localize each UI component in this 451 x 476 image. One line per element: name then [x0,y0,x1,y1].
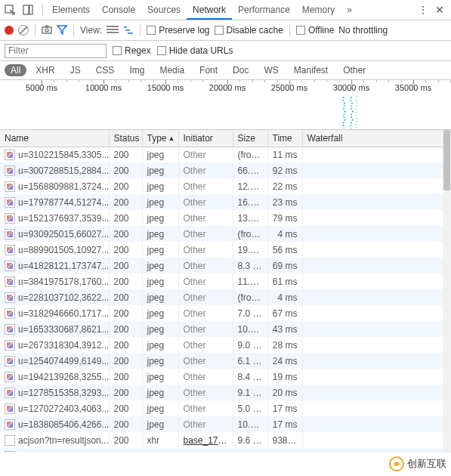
status-cell: 200 [109,321,142,337]
file-type-icon [5,181,15,192]
request-name: u=1653330687,8621... [18,324,109,335]
time-cell: 24 ms [267,353,302,369]
initiator-cell: Other [178,305,233,321]
initiator-cell: Other [178,194,233,210]
table-row[interactable]: u=3102215845,3305...200jpegOther(from...… [0,147,451,162]
column-status[interactable]: Status [109,130,142,147]
type-doc[interactable]: Doc [227,64,255,76]
preserve-log-checkbox[interactable]: Preserve log [147,25,209,36]
type-manifest[interactable]: Manifest [288,64,334,76]
large-rows-icon[interactable] [107,26,119,35]
filter-input[interactable] [5,44,107,58]
table-row[interactable]: u=889901505,10927...200jpegOther19.2 ...… [0,242,451,258]
table-row[interactable]: u=2281037102,3622...200jpegOther(from...… [0,289,451,305]
table-row[interactable]: u=1568809881,3724...200jpegOther12.3 ...… [0,178,451,194]
table-row[interactable]: acjson?tn=resultjson...200xhrbase_175b..… [0,448,451,453]
close-icon[interactable]: ✕ [431,4,448,16]
type-cell: jpeg [142,226,178,242]
menu-icon[interactable]: ⋮ [415,4,431,16]
table-row[interactable]: u=1838085406,4266...200jpegOther10.5 ...… [0,416,451,432]
type-filter-bar: AllXHRJSCSSImgMediaFontDocWSManifestOthe… [0,61,451,80]
initiator-cell[interactable]: base_175b... [178,448,233,453]
size-cell: 11.3 ... [233,274,267,289]
disable-cache-checkbox[interactable]: Disable cache [215,25,283,36]
table-row[interactable]: u=1278515358,3293...200jpegOther9.1 KB20… [0,385,451,400]
type-js[interactable]: JS [64,64,87,76]
divider [289,24,290,36]
vertical-scrollbar[interactable] [443,130,451,453]
table-row[interactable]: u=3007288515,2884...200jpegOther66.6 ...… [0,162,451,178]
waterfall-cell [302,178,451,194]
waterfall-icon[interactable] [123,25,134,36]
column-type[interactable]: Type▲ [142,130,178,147]
tab-console[interactable]: Console [96,0,141,20]
table-row[interactable]: u=1653330687,8621...200jpegOther10.0 ...… [0,321,451,337]
tab-memory[interactable]: Memory [296,0,341,20]
screenshot-icon[interactable] [42,24,52,37]
status-cell: 200 [109,416,142,432]
request-name: u=3007288515,2884... [18,165,109,176]
time-cell: 56 ms [267,242,302,258]
column-time[interactable]: Time [267,130,302,147]
type-media[interactable]: Media [153,64,190,76]
status-cell: 200 [109,242,142,258]
tab-sources[interactable]: Sources [141,0,187,20]
request-name: u=1270272403,4063... [18,403,109,414]
table-row[interactable]: u=1270272403,4063...200jpegOther5.0 KB17… [0,400,451,416]
regex-checkbox[interactable]: Regex [113,45,151,56]
initiator-cell[interactable]: base_175b... [178,432,233,448]
dock-side-icon[interactable] [21,3,35,17]
column-initiator[interactable]: Initiator [178,130,233,147]
hide-data-urls-label: Hide data URLs [169,45,233,56]
initiator-cell: Other [178,178,233,194]
table-row[interactable]: u=2673318304,3912...200jpegOther9.0 KB28… [0,337,451,353]
request-name: u=1278515358,3293... [18,388,109,398]
time-cell: 28 ms [267,337,302,353]
initiator-cell: Other [178,337,233,353]
waterfall-cell [302,162,451,178]
table-row[interactable]: u=3182946660,1717...200jpegOther7.0 KB67… [0,305,451,321]
size-cell: 12.3 ... [233,178,267,194]
type-ws[interactable]: WS [258,64,284,76]
column-size[interactable]: Size [233,130,267,147]
table-row[interactable]: u=1254074499,6149...200jpegOther6.1 KB24… [0,353,451,369]
column-name[interactable]: Name [0,130,109,147]
timeline-ruler[interactable]: 5000 ms10000 ms15000 ms20000 ms25000 ms3… [0,80,451,130]
table-row[interactable]: u=3841975178,1760...200jpegOther11.3 ...… [0,274,451,289]
throttling-dropdown[interactable]: No throttling [338,25,388,36]
type-xhr[interactable]: XHR [29,64,60,76]
waterfall-cell [302,242,451,258]
table-row[interactable]: u=1942139268,3255...200jpegOther8.4 KB19… [0,369,451,385]
type-font[interactable]: Font [193,64,224,76]
table-row[interactable]: u=930925015,66027...200jpegOther(from...… [0,226,451,242]
table-row[interactable]: acjson?tn=resultjson...200xhrbase_175b..… [0,432,451,448]
watermark-logo-icon [389,456,404,471]
table-row[interactable]: u=41828121,173747...200jpegOther8.3 KB69… [0,258,451,274]
tab-elements[interactable]: Elements [46,0,96,20]
size-cell: 5.0 KB [233,400,267,416]
clear-button[interactable] [18,25,29,36]
column-waterfall[interactable]: Waterfall [302,130,451,147]
tab-network[interactable]: Network [187,0,232,20]
record-button[interactable] [5,26,14,35]
time-cell: 19 ms [267,369,302,385]
filter-toggle-icon[interactable] [57,24,67,37]
type-img[interactable]: Img [123,64,150,76]
file-type-icon [5,419,15,430]
type-css[interactable]: CSS [90,64,121,76]
scrollbar-thumb[interactable] [443,130,450,190]
hide-data-urls-checkbox[interactable]: Hide data URLs [157,45,233,56]
type-all[interactable]: All [5,64,26,76]
tab-performance[interactable]: Performance [232,0,296,20]
ruler-tick: 35000 ms [395,83,431,92]
time-cell: 61 ms [267,274,302,289]
file-type-icon [5,150,15,160]
tabs-overflow[interactable]: » [341,0,358,20]
select-element-icon[interactable] [3,3,17,17]
offline-checkbox[interactable]: Offline [296,25,334,36]
table-row[interactable]: u=1521376937,3539...200jpegOther13.0 ...… [0,210,451,226]
table-row[interactable]: u=179787744,51274...200jpegOther16.7 ...… [0,194,451,210]
type-other[interactable]: Other [337,64,372,76]
initiator-cell: Other [178,369,233,385]
file-type-icon [5,292,15,303]
